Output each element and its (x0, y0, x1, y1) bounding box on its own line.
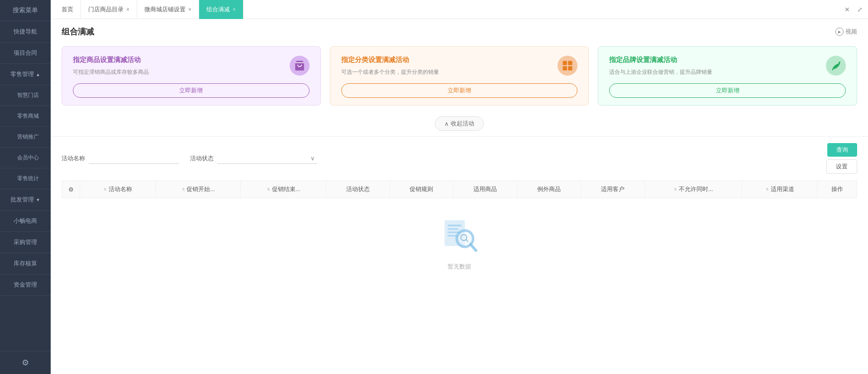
settings-icon[interactable]: ⚙ (22, 358, 29, 367)
sidebar-item-retail-mgmt[interactable]: 零售管理 ▲ (0, 64, 51, 85)
sidebar-item-purchase-mgmt[interactable]: 采购管理 (0, 232, 51, 253)
video-link[interactable]: ▶ 视频 (835, 28, 857, 36)
close-tab-store-catalog[interactable]: × (126, 6, 129, 13)
close-tab-ministore-settings[interactable]: × (188, 6, 191, 13)
th-applicable-channel[interactable]: ⇅ 适用渠道 (742, 181, 817, 198)
sidebar-item-wholesale-mgmt[interactable]: 批发管理 ▼ (0, 189, 51, 211)
sort-arrows-promo-start: ⇅ (182, 187, 185, 192)
page-header: 组合满减 ▶ 视频 (51, 19, 868, 43)
chevron-down-icon: ▼ (36, 197, 40, 202)
add-product-activity-button[interactable]: 立即新增 (73, 83, 310, 98)
empty-text: 暂无数据 (448, 263, 471, 271)
sidebar-item-retail-mall[interactable]: 零售商城 (0, 106, 51, 127)
main-area: 首页 门店商品目录 × 微商城店铺设置 × 组合满减 × ✕ ⤢ 组合满减 ▶ … (51, 0, 868, 374)
collapse-bar: ∧ 收起活动 (51, 113, 868, 136)
tab-combo-discount[interactable]: 组合满减 × (199, 0, 243, 19)
page-title: 组合满减 (62, 26, 94, 37)
sidebar-item-quick-nav[interactable]: 快捷导航 (0, 21, 51, 43)
maximize-window-button[interactable]: ⤢ (855, 5, 864, 14)
window-controls: ✕ ⤢ (843, 5, 864, 14)
sidebar-item-label: 批发管理 (10, 196, 34, 204)
sidebar-item-project-contract[interactable]: 项目合同 (0, 43, 51, 64)
sidebar-item-finance-mgmt[interactable]: 资金管理 (0, 274, 51, 296)
shopping-bag-icon (290, 56, 310, 76)
sidebar-item-inventory[interactable]: 库存核算 (0, 253, 51, 274)
th-no-simultaneous[interactable]: ⇅ 不允许同时... (644, 181, 742, 198)
activity-status-select[interactable]: ∨ (217, 153, 317, 164)
svg-line-12 (471, 244, 476, 250)
empty-state: 暂无数据 (62, 198, 857, 284)
sort-arrows-promo-end: ⇅ (267, 187, 270, 192)
collapse-activities-button[interactable]: ∧ 收起活动 (435, 116, 484, 131)
activity-name-input[interactable] (89, 153, 179, 164)
empty-state-row: 暂无数据 (62, 198, 857, 285)
svg-rect-6 (448, 225, 462, 226)
sort-arrows-activity-name: ⇅ (104, 187, 107, 192)
card-brand-title: 指定品牌设置满减活动 (609, 56, 846, 64)
sort-arrows-applicable-channel: ⇅ (766, 187, 769, 192)
sidebar-item-ecommerce[interactable]: 小畅电商 (0, 211, 51, 232)
sidebar-item-member-center[interactable]: 会员中心 (0, 148, 51, 168)
sidebar-bottom: ⚙ (0, 351, 51, 374)
sort-arrows-no-simultaneous: ⇅ (674, 187, 677, 192)
chevron-down-icon: ∨ (310, 155, 315, 162)
sidebar-item-marketing[interactable]: 营销推广 (0, 127, 51, 148)
sidebar: 搜索菜单 快捷导航 项目合同 零售管理 ▲ 智慧门店 零售商城 营销推广 会员中… (0, 0, 51, 374)
product-card: 指定商品设置满减活动 可指定滞销商品或库存较多商品 立即新增 (62, 46, 321, 105)
close-tab-combo-discount[interactable]: × (233, 6, 236, 13)
card-product-title: 指定商品设置满减活动 (73, 56, 310, 64)
data-table: ⚙ ⇅ 活动名称 ⇅ 促销开始... ⇅ 促销结束... (62, 180, 857, 284)
card-category-title: 指定分类设置满减活动 (341, 56, 578, 64)
add-brand-activity-button[interactable]: 立即新增 (609, 83, 846, 98)
brand-card: 指定品牌设置满减活动 适合与上游企业联合做营销，提升品牌销量 立即新增 (598, 46, 857, 105)
chevron-up-icon: ▲ (36, 72, 40, 77)
tab-store-catalog[interactable]: 门店商品目录 × (81, 0, 137, 19)
th-activity-status: 活动状态 (326, 181, 390, 198)
table-header-row: ⚙ ⇅ 活动名称 ⇅ 促销开始... ⇅ 促销结束... (62, 181, 857, 198)
th-applicable-goods: 适用商品 (453, 181, 517, 198)
th-gear[interactable]: ⚙ (62, 181, 80, 198)
table-body: 暂无数据 (62, 198, 857, 285)
svg-rect-3 (563, 66, 567, 70)
play-icon: ▶ (835, 28, 844, 36)
card-product-desc: 可指定滞销商品或库存较多商品 (73, 68, 310, 76)
cards-section: 指定商品设置满减活动 可指定滞销商品或库存较多商品 立即新增 指定分类设置满减活… (51, 43, 868, 113)
query-button[interactable]: 查询 (827, 143, 857, 157)
sidebar-search[interactable]: 搜索菜单 (0, 0, 51, 21)
activity-name-label: 活动名称 (62, 154, 85, 163)
add-category-activity-button[interactable]: 立即新增 (341, 83, 578, 98)
th-excluded-goods: 例外商品 (517, 181, 581, 198)
svg-rect-9 (448, 235, 457, 236)
svg-rect-4 (568, 66, 572, 70)
card-category-desc: 可选一个或者多个分类，提升分类的销量 (341, 68, 578, 76)
filter-activity-name: 活动名称 (62, 153, 179, 164)
th-operation: 操作 (817, 181, 857, 198)
activity-status-label: 活动状态 (190, 154, 214, 163)
chevron-up-icon: ∧ (444, 120, 449, 127)
th-promo-end[interactable]: ⇅ 促销结束... (241, 181, 326, 198)
page-content: 组合满减 ▶ 视频 指定商品设置满减活动 可指定滞销商品或库存较多商品 (51, 19, 868, 374)
th-promo-start[interactable]: ⇅ 促销开始... (155, 181, 241, 198)
svg-rect-2 (568, 61, 572, 65)
tab-ministore-settings[interactable]: 微商城店铺设置 × (137, 0, 199, 19)
tab-bar: 首页 门店商品目录 × 微商城店铺设置 × 组合满减 × ✕ ⤢ (51, 0, 868, 19)
th-promo-rule: 促销规则 (390, 181, 453, 198)
settings-button[interactable]: 设置 (826, 159, 857, 174)
sidebar-item-retail-stats[interactable]: 零售统计 (0, 168, 51, 189)
filter-row: 活动名称 活动状态 ∨ 查询 设置 (51, 136, 868, 180)
close-window-button[interactable]: ✕ (843, 5, 852, 14)
svg-rect-1 (563, 61, 567, 65)
th-activity-name[interactable]: ⇅ 活动名称 (80, 181, 156, 198)
svg-rect-7 (448, 228, 459, 230)
sidebar-item-smart-store[interactable]: 智慧门店 (0, 85, 51, 106)
card-brand-desc: 适合与上游企业联合做营销，提升品牌销量 (609, 68, 846, 76)
th-applicable-customer: 适用客户 (581, 181, 644, 198)
gear-icon: ⚙ (68, 186, 74, 193)
tab-home[interactable]: 首页 (54, 0, 81, 19)
empty-illustration (437, 216, 482, 257)
filter-activity-status: 活动状态 ∨ (190, 153, 317, 164)
sidebar-item-label: 零售管理 (10, 70, 34, 78)
brand-leaf-icon (826, 56, 846, 76)
filter-actions: 查询 设置 (826, 143, 857, 174)
table-section: ⚙ ⇅ 活动名称 ⇅ 促销开始... ⇅ 促销结束... (51, 180, 868, 284)
